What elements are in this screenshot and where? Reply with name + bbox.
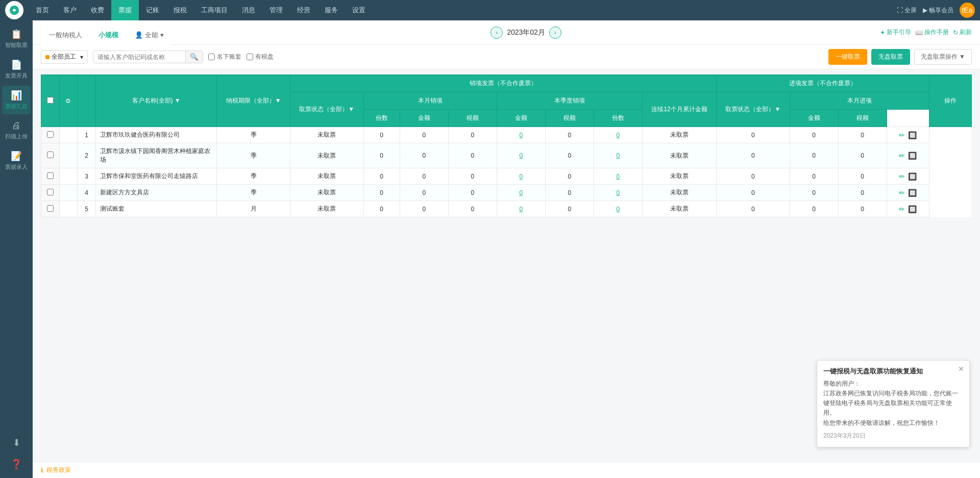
- th-sale-q-tax: 税额: [545, 110, 594, 127]
- detail-icon-2[interactable]: 🔲: [908, 172, 917, 181]
- nav-home[interactable]: 首页: [29, 0, 56, 20]
- row-sale-12m-1: 0: [594, 143, 642, 168]
- sidebar-item-invoice-summary[interactable]: 📊 票据汇总: [2, 86, 31, 114]
- th-sale-status[interactable]: 取票状态（全部）▼: [290, 92, 363, 127]
- tab-all-in-one[interactable]: 👤 全能 ▾: [127, 26, 172, 46]
- table-row: 5 测试账套 月 未取票 0 0 0 0 0 0 未取票 0 0 0 ✏ 🔲: [41, 201, 972, 217]
- nav-business[interactable]: 工商项目: [194, 0, 235, 20]
- employee-select[interactable]: 全部员工 ▾: [41, 50, 88, 64]
- nav-service[interactable]: 服务: [317, 0, 345, 20]
- row-sale-status-4: 未取票: [290, 201, 363, 217]
- row-pur-m-count-3: 0: [717, 185, 790, 201]
- row-sale-q-amount-3: 0: [497, 185, 545, 201]
- th-pur-monthly: 本月进项: [790, 92, 929, 110]
- sidebar-item-help[interactable]: ❓: [2, 455, 31, 474]
- subaccount-checkbox[interactable]: [208, 54, 215, 60]
- row-sale-q-tax-4: 0: [545, 201, 594, 217]
- nav-manage[interactable]: 管理: [262, 0, 290, 20]
- row-sale-status-3: 未取票: [290, 185, 363, 201]
- nav-bookkeeping[interactable]: 记账: [139, 0, 166, 20]
- edit-icon-2[interactable]: ✏: [899, 172, 905, 181]
- nav-fees[interactable]: 收费: [84, 0, 111, 20]
- sidebar-item-invoice-entry[interactable]: 📝 票据录入: [2, 146, 31, 175]
- row-pur-m-tax-4: 0: [838, 201, 887, 217]
- th-num: [78, 75, 96, 127]
- tab-month-bar: 一般纳税人 小规模 👤 全能 ▾ ‹ 2023年02月 › ✦ 新手引导: [33, 20, 980, 45]
- row-check-3[interactable]: [41, 185, 60, 201]
- nav-message[interactable]: 消息: [235, 0, 262, 20]
- nav-invoice[interactable]: 票据: [111, 0, 139, 20]
- row-settings-2: [59, 168, 78, 185]
- fullscreen-btn[interactable]: ⛶ 全屏: [897, 6, 917, 15]
- sidebar-item-download[interactable]: ⬇: [2, 433, 31, 452]
- nav-client[interactable]: 客户: [56, 0, 84, 20]
- subaccount-checkbox-label[interactable]: 名下账套: [208, 53, 241, 61]
- row-sale-m-amount-2: 0: [400, 168, 448, 185]
- th-client[interactable]: 客户名称(全部) ▼: [95, 75, 217, 127]
- sidebar-item-smart-ticket[interactable]: 📋 智能取票: [2, 24, 31, 53]
- row-client-0: 卫辉市玖玖健合医药有限公司: [95, 127, 217, 143]
- tab-small-scale[interactable]: 小规模: [90, 26, 127, 46]
- sidebar-item-scan-upload[interactable]: 🖨 扫描上传: [2, 116, 31, 144]
- prev-month-btn[interactable]: ‹: [491, 27, 503, 39]
- th-pur-status[interactable]: 取票状态（全部）▼: [717, 92, 790, 127]
- one-click-ticket-btn[interactable]: 一键取票: [828, 49, 867, 65]
- edit-icon-1[interactable]: ✏: [899, 152, 905, 160]
- tax-policy-link[interactable]: 税务政策: [46, 466, 71, 474]
- row-check-2[interactable]: [41, 168, 60, 185]
- has-tax-disk-checkbox[interactable]: [247, 54, 253, 60]
- help-icon: ❓: [11, 459, 22, 470]
- th-sale-group: 销项发票（不合作废票）: [290, 75, 716, 92]
- detail-icon-0[interactable]: 🔲: [908, 131, 917, 139]
- edit-icon-0[interactable]: ✏: [899, 131, 905, 139]
- row-sale-m-amount-0: 0: [400, 127, 448, 143]
- detail-icon-1[interactable]: 🔲: [908, 152, 917, 160]
- tab-general-taxpayer[interactable]: 一般纳税人: [41, 26, 90, 46]
- manual-btn[interactable]: 📖 操作手册: [915, 28, 949, 37]
- search-button[interactable]: 🔍: [185, 51, 203, 63]
- notification-close-btn[interactable]: ✕: [958, 365, 964, 373]
- no-disk-ticket-btn[interactable]: 无盘取票: [871, 49, 910, 65]
- new-guide-btn[interactable]: ✦ 新手引导: [880, 28, 911, 37]
- detail-icon-3[interactable]: 🔲: [908, 189, 917, 197]
- th-pur-m-count: 份数: [594, 110, 642, 127]
- has-tax-disk-label[interactable]: 有税盘: [247, 53, 274, 61]
- employee-dot: [45, 55, 50, 59]
- row-check-0[interactable]: [41, 127, 60, 143]
- th-sale-m-tax: 税额: [448, 110, 497, 127]
- next-month-btn[interactable]: ›: [549, 27, 561, 39]
- th-sale-m-count: 份数: [363, 110, 400, 127]
- th-sale-monthly: 本月销项: [363, 92, 497, 110]
- row-client-3: 新建区方方文具店: [95, 185, 217, 201]
- nav-items: 首页 客户 收费 票据 记账 报税 工商项目 消息 管理 经营 服务 设置: [29, 0, 897, 20]
- row-client-1: 卫辉市汲水镇下园闻香阁营木种植家庭农场: [95, 143, 217, 168]
- user-avatar[interactable]: tEa: [960, 3, 975, 18]
- th-settings[interactable]: ⚙: [59, 75, 78, 127]
- edit-icon-4[interactable]: ✏: [899, 205, 905, 213]
- detail-icon-4[interactable]: 🔲: [908, 205, 917, 213]
- table-row: 1 卫辉市玖玖健合医药有限公司 季 未取票 0 0 0 0 0 0 未取票 0 …: [41, 127, 972, 143]
- invoice-summary-icon: 📊: [11, 90, 22, 101]
- refresh-btn[interactable]: ↻ 刷新: [953, 28, 972, 37]
- filter-right-buttons: 一键取票 无盘取票 无盘取票操作 ▼: [828, 49, 972, 65]
- row-sale-12m-3: 0: [594, 185, 642, 201]
- row-pur-m-tax-0: 0: [838, 127, 887, 143]
- th-tax-period[interactable]: 纳税期限（全部）▼: [217, 75, 290, 127]
- row-check-4[interactable]: [41, 201, 60, 217]
- nav-tax[interactable]: 报税: [166, 0, 194, 20]
- row-action-2: ✏ 🔲: [887, 168, 929, 185]
- nav-settings[interactable]: 设置: [345, 0, 373, 20]
- row-pur-m-amount-1: 0: [790, 143, 838, 168]
- row-pur-m-tax-3: 0: [838, 185, 887, 201]
- row-sale-status-1: 未取票: [290, 143, 363, 168]
- nav-operation[interactable]: 经营: [290, 0, 317, 20]
- select-all-checkbox[interactable]: [47, 97, 54, 104]
- edit-icon-3[interactable]: ✏: [899, 189, 905, 197]
- search-input[interactable]: [93, 52, 185, 63]
- vip-btn[interactable]: ▶ 畅享会员: [923, 6, 953, 15]
- app-logo[interactable]: [5, 1, 23, 19]
- no-disk-ops-btn[interactable]: 无盘取票操作 ▼: [914, 49, 972, 65]
- sidebar-item-invoice-open[interactable]: 📄 发票开具: [2, 55, 31, 84]
- row-check-1[interactable]: [41, 143, 60, 168]
- row-client-4: 测试账套: [95, 201, 217, 217]
